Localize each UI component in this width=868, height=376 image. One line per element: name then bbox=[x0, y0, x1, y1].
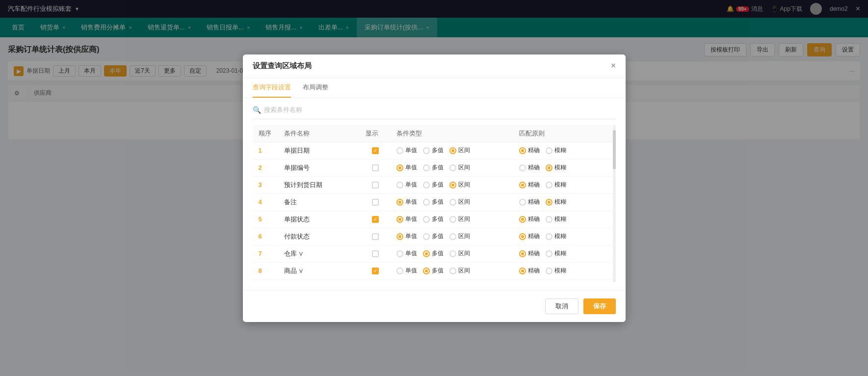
col-header-type: 条件类型 bbox=[391, 125, 513, 142]
settings-table-row: 1单据日期✓单值多值区间精确模糊 bbox=[253, 142, 616, 146]
search-icon: 🔍 bbox=[253, 106, 261, 114]
tab-layout-adjust[interactable]: 布局调整 bbox=[303, 78, 328, 98]
settings-table: 顺序 条件名称 显示 条件类型 匹配原则 1单据日期✓单值多值区间精确模糊2单据… bbox=[253, 125, 616, 146]
col-header-order: 顺序 bbox=[253, 125, 278, 142]
tab-query-fields-label: 查询字段设置 bbox=[253, 83, 291, 91]
tab-layout-adjust-label: 布局调整 bbox=[303, 83, 328, 91]
modal-overlay: 设置查询区域布局 × 查询字段设置 布局调整 🔍 bbox=[0, 0, 868, 146]
row-show[interactable]: ✓ bbox=[360, 142, 391, 146]
row-name: 单据日期 bbox=[278, 142, 360, 146]
row-match: 精确模糊 bbox=[513, 142, 615, 146]
modal-tabs: 查询字段设置 布局调整 bbox=[243, 78, 626, 98]
modal: 设置查询区域布局 × 查询字段设置 布局调整 🔍 bbox=[243, 54, 626, 146]
modal-title: 设置查询区域布局 bbox=[253, 61, 312, 71]
col-header-show: 显示 bbox=[360, 125, 391, 142]
scroll-thumb[interactable] bbox=[613, 130, 616, 146]
modal-header: 设置查询区域布局 × bbox=[243, 54, 626, 78]
row-type: 单值多值区间 bbox=[391, 142, 513, 146]
search-bar: 🔍 bbox=[253, 106, 616, 119]
col-header-name: 条件名称 bbox=[278, 125, 360, 142]
row-order: 1 bbox=[253, 142, 278, 146]
tab-query-fields[interactable]: 查询字段设置 bbox=[253, 78, 291, 98]
modal-body: 🔍 顺序 条件名称 显示 条件类型 匹配原则 bbox=[243, 98, 626, 146]
modal-close-btn[interactable]: × bbox=[611, 61, 615, 70]
settings-table-wrap: 顺序 条件名称 显示 条件类型 匹配原则 1单据日期✓单值多值区间精确模糊2单据… bbox=[253, 125, 616, 146]
scroll-track bbox=[613, 125, 616, 146]
col-header-match: 匹配原则 bbox=[513, 125, 615, 142]
search-input[interactable] bbox=[264, 106, 362, 113]
